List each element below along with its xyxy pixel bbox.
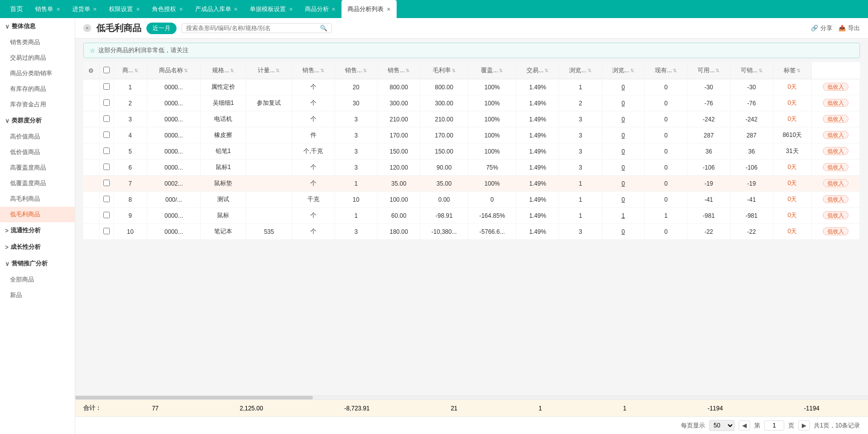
row-spec-5	[246, 160, 292, 176]
nav-role[interactable]: 角色授权 ✕	[146, 0, 189, 18]
nav-close-analysis-list[interactable]: ✕	[387, 7, 391, 12]
export-button[interactable]: 📤 导出	[838, 24, 860, 33]
sidebar-group-circulation[interactable]: > 流通性分析	[0, 222, 75, 239]
nav-close-purchase[interactable]: ✕	[93, 7, 97, 12]
col-sale-profit[interactable]: 销售...⇅	[378, 62, 420, 79]
col-code[interactable]: 商...⇅	[113, 62, 147, 79]
col-name[interactable]: 商品名称⇅	[147, 62, 200, 79]
sidebar-group-growth[interactable]: > 成长性分析	[0, 239, 75, 255]
table-row: 3 0000... 电话机 个 3 210.00 210.00 100% 1.4…	[83, 111, 860, 127]
col-sale-qty[interactable]: 销售...⇅	[292, 62, 334, 79]
search-input[interactable]	[186, 25, 320, 32]
col-trade[interactable]: 交易...⇅	[516, 62, 559, 79]
row-view1-2[interactable]: 0	[602, 111, 644, 127]
nav-sales[interactable]: 销售单 ✕	[29, 0, 66, 18]
col-salable[interactable]: 可销...⇅	[730, 62, 773, 79]
row-select-6[interactable]	[103, 180, 110, 186]
row-checkbox-6	[99, 176, 113, 192]
sidebar-group-class[interactable]: ∨ 类群度分析	[0, 112, 75, 129]
row-select-5[interactable]	[103, 164, 110, 170]
sidebar-item-sales-products[interactable]: 销售类商品	[0, 35, 75, 50]
scrollbar-thumb[interactable]	[75, 396, 313, 399]
nav-close-product-in[interactable]: ✕	[234, 7, 238, 12]
col-settings[interactable]: ⚙	[83, 62, 99, 79]
sidebar-item-high-profit[interactable]: 高毛利商品	[0, 191, 75, 207]
nav-purchase[interactable]: 进货单 ✕	[66, 0, 103, 18]
sidebar-group-overall[interactable]: ∨ 整体信息	[0, 18, 75, 35]
col-sale-price[interactable]: 销售...⇅	[334, 62, 377, 79]
row-view1-7[interactable]: 0	[602, 192, 644, 208]
table-row: 7 0002... 鼠标垫 个 1 35.00 35.00 100% 1.49%…	[83, 176, 860, 192]
row-select-4[interactable]	[103, 148, 110, 154]
sidebar-item-category-assist[interactable]: 商品分类助销率	[0, 66, 75, 81]
share-icon: 🔗	[811, 25, 818, 32]
col-view2[interactable]: 浏览...⇅	[602, 62, 644, 79]
row-salable-4: 31天	[773, 143, 811, 160]
row-name-8: 鼠标	[201, 208, 246, 224]
col-gross-margin[interactable]: 毛利率⇅	[420, 62, 468, 79]
per-page-select[interactable]: 50 100 200	[709, 420, 735, 431]
nav-analysis[interactable]: 商品分析 ✕	[299, 0, 342, 18]
row-view1-3[interactable]: 0	[602, 127, 644, 143]
row-view1-8[interactable]: 1	[602, 208, 644, 224]
row-select-0[interactable]	[103, 83, 110, 90]
horizontal-scrollbar[interactable]	[75, 395, 868, 399]
nav-close-role[interactable]: ✕	[179, 7, 183, 12]
select-all-checkbox[interactable]	[103, 67, 110, 73]
col-unit[interactable]: 计量...⇅	[246, 62, 292, 79]
row-sale-price-4: 150.00	[378, 143, 420, 160]
time-filter-button[interactable]: 近一月	[146, 23, 177, 34]
row-select-3[interactable]	[103, 131, 110, 138]
sidebar-item-low-value[interactable]: 低价值商品	[0, 144, 75, 160]
col-spec[interactable]: 规格...⇅	[201, 62, 246, 79]
sidebar-item-high-coverage[interactable]: 高覆盖度商品	[0, 160, 75, 176]
row-view1-0[interactable]: 0	[602, 79, 644, 95]
sidebar-item-inventory-funds[interactable]: 库存资金占用	[0, 97, 75, 112]
sidebar-item-new-products[interactable]: 新品	[0, 287, 75, 303]
row-view1-4[interactable]: 0	[602, 143, 644, 160]
row-tag-9: 低收入	[812, 224, 860, 240]
page-number-input[interactable]	[764, 420, 784, 430]
sidebar-item-stocked[interactable]: 有库存的商品	[0, 81, 75, 97]
nav-close-template[interactable]: ✕	[289, 7, 293, 12]
nav-close-sales[interactable]: ✕	[56, 7, 60, 12]
row-select-9[interactable]	[103, 228, 110, 234]
row-select-8[interactable]	[103, 212, 110, 218]
row-view1-1[interactable]: 0	[602, 95, 644, 111]
nav-analysis-list[interactable]: 商品分析列表 ✕	[341, 0, 397, 18]
row-view1-9[interactable]: 0	[602, 224, 644, 240]
search-icon[interactable]: 🔍	[320, 25, 327, 32]
col-view1[interactable]: 浏览...⇅	[559, 62, 602, 79]
nav-home[interactable]: 首页	[4, 0, 29, 18]
sidebar-item-low-profit[interactable]: 低毛利商品	[0, 207, 75, 222]
row-coverage-3: 1.49%	[516, 127, 559, 143]
row-view1-5[interactable]: 0	[602, 160, 644, 176]
sidebar-group-marketing[interactable]: ∨ 营销推广分析	[0, 255, 75, 272]
sidebar-item-traded-products[interactable]: 交易过的商品	[0, 50, 75, 66]
sidebar-item-low-coverage[interactable]: 低覆盖度商品	[0, 176, 75, 191]
row-sale-price-2: 210.00	[378, 111, 420, 127]
nav-product-in[interactable]: 产成品入库单 ✕	[189, 0, 244, 18]
prev-page-button[interactable]: ◀	[739, 420, 750, 430]
row-action-2	[83, 111, 99, 127]
row-tag-6: 低收入	[812, 176, 860, 192]
row-select-7[interactable]	[103, 196, 110, 202]
next-page-button[interactable]: ▶	[798, 420, 810, 430]
row-unit-2: 个	[292, 111, 334, 127]
share-button[interactable]: 🔗 分享	[811, 24, 832, 33]
col-coverage[interactable]: 覆盖...⇅	[468, 62, 516, 79]
nav-close-permission[interactable]: ✕	[136, 7, 140, 12]
row-view1-6[interactable]: 0	[602, 176, 644, 192]
nav-permission[interactable]: 权限设置 ✕	[103, 0, 146, 18]
row-no-3: 4	[113, 127, 147, 143]
col-current[interactable]: 现有...⇅	[644, 62, 687, 79]
nav-close-analysis[interactable]: ✕	[331, 7, 335, 12]
sidebar-item-high-value[interactable]: 高价值商品	[0, 129, 75, 144]
row-select-1[interactable]	[103, 99, 110, 106]
collapse-sidebar-btn[interactable]: «	[83, 24, 91, 32]
col-available[interactable]: 可用...⇅	[687, 62, 730, 79]
nav-template[interactable]: 单据模板设置 ✕	[244, 0, 299, 18]
sidebar-item-all-products[interactable]: 全部商品	[0, 272, 75, 287]
col-tag[interactable]: 标签⇅	[773, 62, 811, 79]
row-select-2[interactable]	[103, 115, 110, 122]
